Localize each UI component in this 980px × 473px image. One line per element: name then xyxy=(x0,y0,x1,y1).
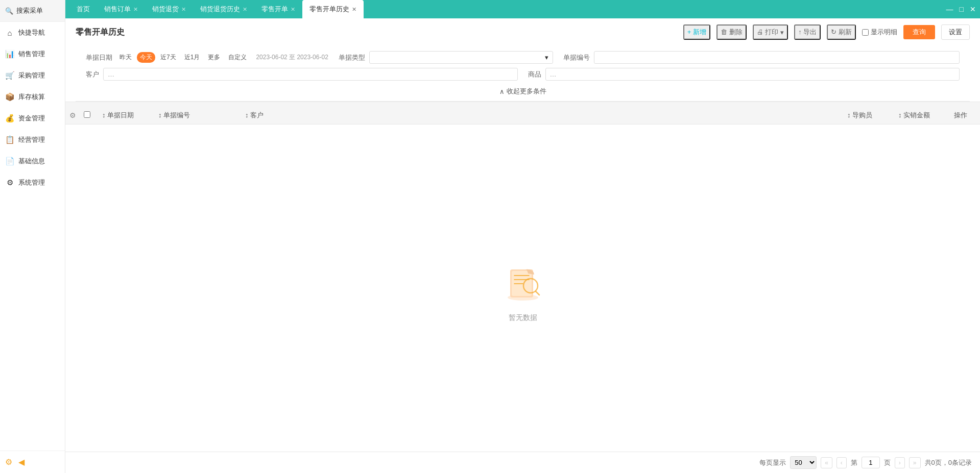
tab-close-sales-return-history[interactable]: ✕ xyxy=(243,6,247,13)
date-opt-今天[interactable]: 今天 xyxy=(137,52,155,63)
window-controls: — □ ✕ xyxy=(946,5,976,13)
customer-filter-select[interactable]: … xyxy=(103,68,518,81)
page-header: 零售开单历史 + 新增 🗑 删除 🖨 打印 ▾ ↑ 导出 ↻ 刷新 显示明细 查… xyxy=(65,18,980,102)
print-button[interactable]: 🖨 打印 ▾ xyxy=(753,24,788,40)
minimize-btn[interactable]: — xyxy=(946,5,953,13)
last-page-btn[interactable]: » xyxy=(909,457,921,468)
sidebar-item-basic-info[interactable]: 📄基础信息 xyxy=(0,151,65,172)
tab-close-retail-open[interactable]: ✕ xyxy=(291,6,295,13)
col-date[interactable]: ↕ 单据日期 xyxy=(98,111,154,120)
first-page-btn[interactable]: « xyxy=(821,457,832,468)
col-date-label: ↕ 单据日期 xyxy=(102,111,134,120)
tab-sales-return[interactable]: 销货退货 ✕ xyxy=(145,0,193,18)
page-prefix-label: 第 xyxy=(851,458,857,467)
sidebar-icon-quick-nav: ⌂ xyxy=(5,29,14,37)
content-area: 零售开单历史 + 新增 🗑 删除 🖨 打印 ▾ ↑ 导出 ↻ 刷新 显示明细 查… xyxy=(65,18,980,473)
table-select-all[interactable] xyxy=(84,111,98,119)
sidebar-item-sales-mgmt[interactable]: 📊销售管理 xyxy=(0,43,65,65)
table-header: ⚙ ↕ 单据日期 ↕ 单据编号 ↕ 客户 ↕ 导购员 ↕ 实销金额 xyxy=(65,106,980,125)
collapse-icon: ∧ xyxy=(499,88,505,95)
query-button[interactable]: 查询 xyxy=(903,25,935,39)
add-button[interactable]: + 新增 xyxy=(683,24,710,40)
date-opt-近7天[interactable]: 近7天 xyxy=(157,52,179,63)
col-amount[interactable]: ↕ 实销金额 xyxy=(894,111,945,120)
display-detail-checkbox[interactable] xyxy=(862,29,869,36)
goods-filter-select[interactable]: … xyxy=(545,68,960,81)
date-opt-昨天[interactable]: 昨天 xyxy=(116,52,135,63)
settings-icon[interactable]: ⚙ xyxy=(5,457,12,467)
tab-close-sales-order[interactable]: ✕ xyxy=(133,6,138,13)
number-filter-group: 单据编号 xyxy=(563,51,960,64)
collapse-button[interactable]: ∧ 收起更多条件 xyxy=(499,87,546,96)
sidebar-search[interactable]: 🔍 搜索采单 xyxy=(0,0,65,22)
sidebar-icon-inventory: 📦 xyxy=(5,92,14,102)
delete-button[interactable]: 🗑 删除 xyxy=(716,24,747,40)
empty-text: 暂无数据 xyxy=(509,313,537,322)
collapse-sidebar-icon[interactable]: ◀ xyxy=(18,457,25,467)
date-opt-自定义[interactable]: 自定义 xyxy=(225,52,250,63)
sidebar-item-purchase-mgmt[interactable]: 🛒采购管理 xyxy=(0,65,65,86)
display-detail-checkbox-label[interactable]: 显示明细 xyxy=(862,28,897,37)
export-button[interactable]: ↑ 导出 xyxy=(794,24,821,40)
sidebar-label-finance: 资金管理 xyxy=(18,114,45,123)
print-arrow-icon: ▾ xyxy=(780,29,784,36)
tab-close-sales-return[interactable]: ✕ xyxy=(181,6,186,13)
tab-label-retail-open-history: 零售开单历史 xyxy=(309,5,349,14)
sidebar-icon-operations: 📋 xyxy=(5,135,14,144)
type-filter-label: 单据类型 xyxy=(339,53,365,62)
close-btn[interactable]: ✕ xyxy=(970,5,976,13)
settings-button[interactable]: 设置 xyxy=(941,24,970,40)
number-filter-input[interactable] xyxy=(594,51,960,64)
customer-filter-group: 客户 … xyxy=(86,68,518,81)
search-icon: 🔍 xyxy=(5,7,13,15)
sidebar-icon-sys-mgmt: ⚙ xyxy=(5,178,14,187)
per-page-label: 每页显示 xyxy=(759,458,786,467)
maximize-btn[interactable]: □ xyxy=(960,5,964,13)
date-opt-近1月[interactable]: 近1月 xyxy=(181,52,203,63)
per-page-select[interactable]: 50 20 100 xyxy=(790,456,817,469)
sidebar-item-finance[interactable]: 💰资金管理 xyxy=(0,108,65,129)
tab-close-retail-open-history[interactable]: ✕ xyxy=(352,6,356,13)
col-number[interactable]: ↕ 单据编号 xyxy=(154,111,241,120)
date-opt-更多[interactable]: 更多 xyxy=(205,52,223,63)
tab-label-home: 首页 xyxy=(77,5,90,14)
sidebar-icon-finance: 💰 xyxy=(5,114,14,123)
sidebar-item-inventory[interactable]: 📦库存核算 xyxy=(0,86,65,108)
sidebar-icon-purchase-mgmt: 🛒 xyxy=(5,71,14,80)
date-filter-label: 单据日期 xyxy=(86,53,112,62)
total-label: 共0页，0条记录 xyxy=(925,458,972,467)
number-filter-label: 单据编号 xyxy=(563,53,590,62)
next-page-btn[interactable]: › xyxy=(895,457,905,468)
table-settings-icon[interactable]: ⚙ xyxy=(69,111,84,119)
date-options: 昨天今天近7天近1月更多自定义 xyxy=(116,52,250,63)
col-guide[interactable]: ↕ 导购员 xyxy=(843,111,894,120)
refresh-button[interactable]: ↻ 刷新 xyxy=(827,24,856,40)
col-customer[interactable]: ↕ 客户 xyxy=(241,111,843,120)
tab-retail-open[interactable]: 零售开单 ✕ xyxy=(254,0,302,18)
type-filter-arrow: ▾ xyxy=(545,54,548,61)
col-amount-label: ↕ 实销金额 xyxy=(898,111,930,120)
sidebar-label-inventory: 库存核算 xyxy=(18,92,45,102)
select-all-checkbox[interactable] xyxy=(84,111,90,118)
type-filter-select[interactable]: ▾ xyxy=(369,51,553,64)
tab-sales-return-history[interactable]: 销货退货历史 ✕ xyxy=(193,0,254,18)
tab-sales-order[interactable]: 销售订单 ✕ xyxy=(97,0,145,18)
customer-filter-ellipsis: … xyxy=(108,70,114,78)
main-area: 首页销售订单 ✕销货退货 ✕销货退货历史 ✕零售开单 ✕零售开单历史 ✕ — □… xyxy=(65,0,980,473)
sidebar-label-operations: 经营管理 xyxy=(18,135,45,144)
sidebar-item-quick-nav[interactable]: ⌂快捷导航 xyxy=(0,22,65,43)
tab-home[interactable]: 首页 xyxy=(69,0,97,18)
empty-illustration xyxy=(497,254,548,305)
sidebar-icon-basic-info: 📄 xyxy=(5,157,14,166)
page-number-input[interactable] xyxy=(862,457,880,468)
sidebar-item-operations[interactable]: 📋经营管理 xyxy=(0,129,65,151)
goods-filter-label: 商品 xyxy=(528,70,541,79)
display-detail-label: 显示明细 xyxy=(871,28,897,37)
sidebar-item-sys-mgmt[interactable]: ⚙系统管理 xyxy=(0,172,65,193)
type-filter-group: 单据类型 ▾ xyxy=(339,51,553,64)
page-title: 零售开单历史 xyxy=(76,27,125,38)
tab-retail-open-history[interactable]: 零售开单历史 ✕ xyxy=(302,0,364,18)
filter-area: 单据日期 昨天今天近7天近1月更多自定义 2023-06-02 至 2023-0… xyxy=(76,46,970,102)
svg-line-7 xyxy=(536,291,539,295)
prev-page-btn[interactable]: ‹ xyxy=(836,457,847,468)
